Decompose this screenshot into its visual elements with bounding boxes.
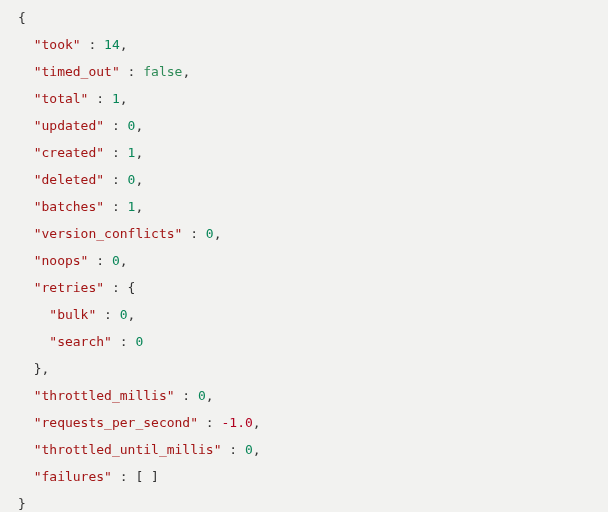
json-key: "failures" [34, 469, 112, 484]
json-number: 0 [198, 388, 206, 403]
json-number: -1.0 [222, 415, 253, 430]
json-number: 0 [245, 442, 253, 457]
json-key: "updated" [34, 118, 104, 133]
json-key: "batches" [34, 199, 104, 214]
json-key: "total" [34, 91, 89, 106]
json-key: "bulk" [49, 307, 96, 322]
json-number: 0 [120, 307, 128, 322]
json-number: 0 [206, 226, 214, 241]
json-array: [ ] [135, 469, 158, 484]
brace-close: }, [34, 361, 50, 376]
json-number: 1 [112, 91, 120, 106]
json-key: "took" [34, 37, 81, 52]
json-number: 0 [135, 334, 143, 349]
brace-close: } [18, 496, 26, 511]
json-key: "created" [34, 145, 104, 160]
json-key: "noops" [34, 253, 89, 268]
json-key: "retries" [34, 280, 104, 295]
brace-open: { [18, 10, 26, 25]
json-key: "throttled_until_millis" [34, 442, 222, 457]
json-key: "requests_per_second" [34, 415, 198, 430]
json-key: "deleted" [34, 172, 104, 187]
json-boolean: false [143, 64, 182, 79]
json-key: "throttled_millis" [34, 388, 175, 403]
json-key: "search" [49, 334, 112, 349]
json-number: 14 [104, 37, 120, 52]
brace-open: { [128, 280, 136, 295]
json-number: 0 [112, 253, 120, 268]
json-key: "version_conflicts" [34, 226, 183, 241]
json-code-block: { "took" : 14, "timed_out" : false, "tot… [0, 0, 608, 512]
json-key: "timed_out" [34, 64, 120, 79]
